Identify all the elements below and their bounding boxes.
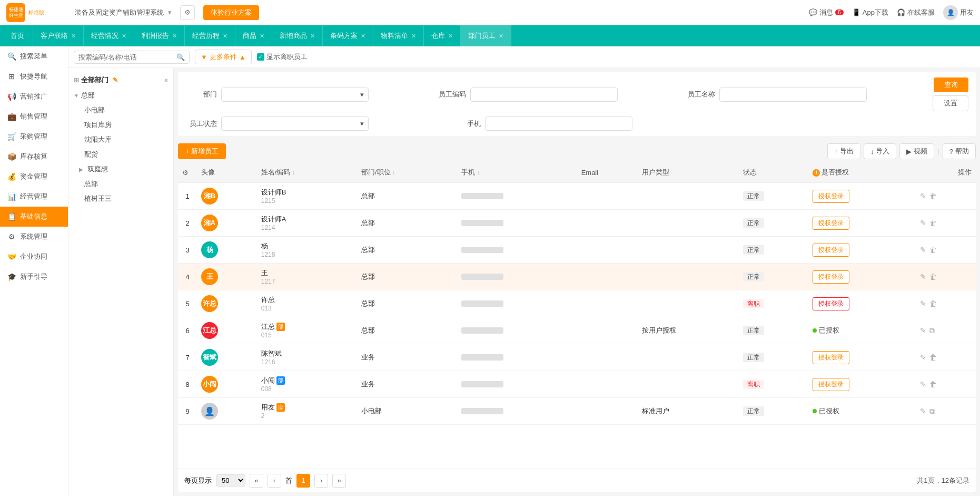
tree-item-zhishu[interactable]: 植树王三 [68, 191, 173, 206]
edit-icon[interactable]: ✎ [920, 326, 926, 335]
gear-button[interactable]: ⚙ [180, 5, 195, 20]
delete-icon[interactable]: 🗑 [929, 192, 937, 200]
auth-button[interactable]: 授权登录 [813, 270, 849, 284]
current-page-button[interactable]: 1 [296, 474, 310, 488]
auth-button[interactable]: 授权登录 [813, 297, 849, 310]
close-icon[interactable]: ✕ [499, 33, 503, 40]
last-page-button[interactable]: » [332, 474, 346, 488]
trial-button[interactable]: 体验行业方案 [203, 5, 259, 20]
copy-icon[interactable]: ⧉ [929, 407, 935, 416]
tree-item-project[interactable]: 项目库房 [68, 118, 173, 132]
emp-status-select[interactable]: ▾ [221, 116, 369, 131]
import-button[interactable]: ↓ 导入 [864, 143, 897, 159]
online-service-item[interactable]: 🎧 在线客服 [897, 8, 935, 17]
tree-item-shuangt[interactable]: ▶ 双庭想 [68, 162, 173, 177]
sidebar-item-purchase[interactable]: 🛒 采购管理 [0, 127, 68, 147]
delete-icon[interactable]: 🗑 [929, 353, 937, 362]
auth-button[interactable]: 授权登录 [813, 378, 849, 391]
nav-tab-profit[interactable]: 利润报告 ✕ [134, 25, 185, 46]
message-item[interactable]: 💬 消息 6 [809, 8, 844, 17]
auth-button[interactable]: 授权登录 [813, 244, 849, 257]
emp-name-input[interactable] [719, 87, 867, 102]
nav-tab-operation[interactable]: 经营情况 ✕ [84, 25, 134, 46]
close-icon[interactable]: ✕ [310, 33, 315, 40]
auth-button[interactable]: 授权登录 [813, 351, 849, 364]
resign-checkbox[interactable]: ✓ [257, 53, 264, 61]
show-resign-toggle[interactable]: ✓ 显示离职员工 [257, 52, 308, 62]
resp-badge: 应 [276, 403, 285, 412]
nav-tab-add-goods[interactable]: 新增商品 ✕ [272, 25, 323, 46]
search-input[interactable] [78, 53, 176, 61]
delete-icon[interactable]: 🗑 [929, 299, 937, 308]
nav-tab-barcode[interactable]: 条码方案 ✕ [323, 25, 373, 46]
edit-icon[interactable]: ✎ [113, 76, 118, 84]
help-button[interactable]: ? 帮助 [943, 143, 976, 159]
collapse-icon[interactable]: « [164, 76, 168, 84]
sidebar-item-management[interactable]: 📊 经营管理 [0, 187, 68, 207]
edit-icon[interactable]: ✎ [920, 353, 926, 362]
nav-tab-history[interactable]: 经营历程 ✕ [185, 25, 235, 46]
close-icon[interactable]: ✕ [448, 33, 453, 40]
sidebar-item-basic[interactable]: 📋 基础信息 [0, 207, 68, 227]
search-wrap: 🔍 [74, 51, 190, 64]
sidebar-item-inventory[interactable]: 📦 库存核算 [0, 147, 68, 167]
nav-tab-warehouse[interactable]: 仓库 ✕ [424, 25, 461, 46]
tree-item-zongbu-group[interactable]: ▼ 总部 [68, 88, 173, 103]
close-icon[interactable]: ✕ [361, 33, 365, 40]
dept-select[interactable]: ▾ [221, 87, 369, 102]
view-button[interactable]: ▶ 视频 [899, 143, 934, 159]
sidebar-item-system[interactable]: ⚙ 系统管理 [0, 227, 68, 247]
nav-tab-home[interactable]: 首页 [2, 25, 33, 46]
nav-tab-goods[interactable]: 商品 ✕ [235, 25, 272, 46]
sidebar-item-collab[interactable]: 🤝 企业协同 [0, 247, 68, 267]
close-icon[interactable]: ✕ [260, 33, 264, 40]
close-icon[interactable]: ✕ [223, 33, 227, 40]
set-button[interactable]: 设置 [933, 95, 968, 111]
first-page-button[interactable]: « [250, 474, 263, 488]
prev-page-button[interactable]: ‹ [268, 474, 281, 488]
auth-button[interactable]: 授权登录 [813, 217, 849, 230]
nav-tab-bom[interactable]: 物料清单 ✕ [373, 25, 424, 46]
user-item[interactable]: 👤 用友 [943, 5, 974, 20]
delete-icon[interactable]: 🗑 [929, 219, 937, 227]
delete-icon[interactable]: 🗑 [929, 380, 937, 388]
close-icon[interactable]: ✕ [71, 33, 76, 40]
search-button[interactable]: 查询 [934, 77, 968, 92]
th-settings[interactable]: ⚙ [178, 162, 197, 183]
more-filter-btn[interactable]: ▼ 更多条件 ▲ [195, 50, 252, 64]
tree-item-peihuo[interactable]: 配货 [68, 147, 173, 162]
edit-icon[interactable]: ✎ [920, 273, 926, 281]
sidebar-item-search[interactable]: 🔍 搜索菜单 [0, 46, 68, 66]
sidebar-item-nav[interactable]: ⊞ 快捷导航 [0, 66, 68, 86]
sidebar-item-finance[interactable]: 💰 资金管理 [0, 167, 68, 187]
tree-item-xdb[interactable]: 小电部 [68, 103, 173, 118]
nav-tab-dept[interactable]: 部门员工 ✕ [461, 25, 511, 46]
nav-tab-customer[interactable]: 客户联络 ✕ [33, 25, 84, 46]
tree-item-zongbu[interactable]: 总部 [68, 177, 173, 191]
sidebar-item-guide[interactable]: 🎓 新手引导 [0, 267, 68, 287]
export-button[interactable]: ↑ 导出 [827, 143, 860, 159]
per-page-select[interactable]: 50 100 [216, 474, 245, 487]
edit-icon[interactable]: ✎ [920, 192, 926, 200]
search-icon[interactable]: 🔍 [176, 53, 185, 61]
phone-input[interactable] [485, 116, 632, 131]
delete-icon[interactable]: 🗑 [929, 273, 937, 281]
edit-icon[interactable]: ✎ [920, 380, 926, 388]
copy-icon[interactable]: ⧉ [929, 326, 935, 335]
next-page-button[interactable]: › [314, 474, 328, 488]
emp-code-input[interactable] [470, 87, 618, 102]
sidebar-item-sales[interactable]: 💼 销售管理 [0, 106, 68, 127]
edit-icon[interactable]: ✎ [920, 219, 926, 227]
close-icon[interactable]: ✕ [122, 33, 126, 40]
edit-icon[interactable]: ✎ [920, 407, 926, 415]
edit-icon[interactable]: ✎ [920, 246, 926, 254]
close-icon[interactable]: ✕ [411, 33, 416, 40]
app-download-item[interactable]: 📱 App下载 [852, 8, 888, 17]
delete-icon[interactable]: 🗑 [929, 246, 937, 254]
close-icon[interactable]: ✕ [172, 33, 177, 40]
auth-button[interactable]: 授权登录 [813, 190, 849, 203]
add-employee-button[interactable]: + 新增员工 [178, 143, 226, 159]
edit-icon[interactable]: ✎ [920, 299, 926, 308]
tree-item-shenyang[interactable]: 沈阳大库 [68, 132, 173, 147]
sidebar-item-marketing[interactable]: 📢 营销推广 [0, 86, 68, 106]
